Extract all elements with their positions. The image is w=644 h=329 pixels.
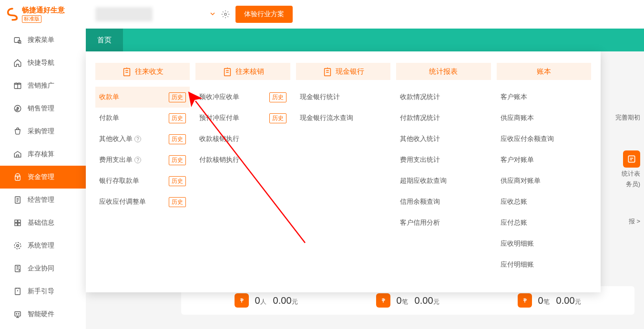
flyout-item-label: 其他收入单? [99, 135, 141, 143]
topbar: 体验行业方案 [86, 0, 644, 29]
flyout-menu-item[interactable]: 客户对账单 [497, 150, 591, 170]
history-tag[interactable]: 历史 [169, 134, 186, 144]
stat-icon [235, 293, 249, 308]
tab-home[interactable]: 首页 [86, 29, 123, 51]
flyout-item-label: 付款情况统计 [400, 114, 440, 122]
sidebar-item-quicknav[interactable]: 快捷导航 [0, 51, 86, 74]
history-tag[interactable]: 历史 [169, 176, 186, 186]
sidebar-item-newbie[interactable]: 新手引导 [0, 280, 86, 303]
stat-group: 0笔0.00元 [518, 293, 581, 308]
stat-card-icon [623, 150, 640, 168]
flyout-item-label: 现金银行流水查询 [300, 114, 353, 122]
svg-point-18 [225, 13, 227, 16]
flyout-menu-item[interactable]: 收款情况统计 [396, 87, 491, 108]
flyout-menu-item[interactable]: 应收应付调整单历史 [95, 191, 190, 212]
sidebar-item-enterprise[interactable]: 企业协同 [0, 257, 86, 280]
flyout-item-label: 应收应付余额查询 [501, 135, 554, 143]
sidebar-item-label: 经营管理 [28, 196, 54, 204]
company-name-redacted [95, 7, 153, 21]
sidebar: 畅捷通好生意 标准版 搜索菜单快捷导航营销推广销售管理采购管理库存核算资金管理经… [0, 0, 86, 329]
sidebar-item-label: 新手引导 [28, 287, 54, 296]
history-tag[interactable]: 历史 [169, 197, 186, 207]
finance-submenu-flyout: 往来收支收款单历史付款单历史其他收入单?历史费用支出单?历史银行存取款单历史应收… [86, 51, 601, 292]
gear-icon[interactable] [221, 10, 230, 19]
flyout-column: 统计报表收款情况统计付款情况统计其他收入统计费用支出统计超期应收款查询信用余额查… [396, 63, 491, 275]
sidebar-item-system[interactable]: 系统管理 [0, 234, 86, 257]
flyout-menu-item[interactable]: 超期应收款查询 [396, 170, 491, 191]
svg-point-0 [8, 9, 10, 11]
flyout-item-label: 超期应收款查询 [400, 177, 447, 185]
history-tag[interactable]: 历史 [169, 155, 186, 165]
svg-point-17 [19, 314, 20, 315]
flyout-item-label: 收款单 [99, 93, 119, 101]
sidebar-item-label: 采购管理 [28, 127, 54, 136]
svg-point-11 [17, 245, 19, 247]
operations-icon [13, 196, 22, 204]
sidebar-item-hardware[interactable]: 智能硬件 [0, 303, 86, 326]
flyout-menu-item[interactable]: 应付明细账 [497, 254, 591, 275]
sidebar-item-search[interactable]: 搜索菜单 [0, 29, 86, 51]
flyout-menu-item[interactable]: 应收明细账 [497, 233, 591, 254]
flyout-column: 现金银行现金银行统计现金银行流水查询 [296, 63, 390, 275]
company-selector[interactable] [95, 7, 215, 21]
flyout-item-label: 供应商账本 [501, 114, 534, 122]
svg-rect-1 [14, 38, 20, 43]
flyout-column: 账本客户账本供应商账本应收应付余额查询客户对账单供应商对账单应收总账应付总账应收… [497, 63, 591, 275]
sidebar-item-purchase[interactable]: 采购管理 [0, 120, 86, 143]
flyout-item-label: 应付总账 [501, 219, 527, 227]
flyout-menu-item[interactable]: 收款单历史 [95, 87, 190, 108]
sidebar-item-basicinfo[interactable]: 基础信息 [0, 211, 86, 234]
flyout-menu-item[interactable]: 费用支出单?历史 [95, 150, 190, 170]
help-icon[interactable]: ? [134, 136, 141, 142]
flyout-menu-item[interactable]: 付款核销执行 [195, 150, 290, 170]
purchase-icon [13, 127, 22, 136]
help-icon[interactable]: ? [134, 157, 141, 163]
history-tag[interactable]: 历史 [169, 113, 186, 123]
sidebar-item-marketing[interactable]: 营销推广 [0, 74, 86, 97]
svg-point-13 [19, 269, 20, 270]
hardware-icon [13, 310, 22, 319]
svg-rect-9 [18, 223, 20, 226]
svg-rect-6 [15, 220, 17, 222]
stat-group: 0笔0.00元 [376, 293, 439, 308]
flyout-menu-item[interactable]: 现金银行流水查询 [296, 108, 390, 129]
flyout-menu-item[interactable]: 现金银行统计 [296, 87, 390, 108]
flyout-menu-item[interactable]: 预收冲应收单历史 [195, 87, 290, 108]
industry-cta-button[interactable]: 体验行业方案 [235, 6, 293, 23]
sidebar-item-operations[interactable]: 经营管理 [0, 189, 86, 211]
flyout-menu-item[interactable]: 客户账本 [497, 87, 591, 108]
history-tag[interactable]: 历史 [269, 113, 286, 123]
document-icon [122, 67, 131, 76]
flyout-menu-item[interactable]: 供应商对账单 [497, 170, 591, 191]
svg-rect-7 [18, 220, 20, 222]
flyout-menu-item[interactable]: 银行存取款单历史 [95, 170, 190, 191]
flyout-menu-item[interactable]: 客户信用分析 [396, 212, 491, 233]
peek-text: 完善期初 [615, 113, 640, 122]
history-tag[interactable]: 历史 [169, 92, 186, 102]
svg-rect-12 [15, 265, 20, 272]
flyout-menu-item[interactable]: 应收应付余额查询 [497, 129, 591, 150]
brand-title: 畅捷通好生意 [22, 6, 65, 14]
flyout-menu-item[interactable]: 应付总账 [497, 212, 591, 233]
flyout-column-title: 账本 [537, 67, 551, 76]
svg-rect-15 [15, 312, 20, 316]
peek-link[interactable]: 报 > [629, 217, 640, 226]
flyout-menu-item[interactable]: 其他收入统计 [396, 129, 491, 150]
flyout-item-label: 客户信用分析 [400, 219, 440, 227]
flyout-item-label: 付款单 [99, 114, 119, 122]
flyout-menu-item[interactable]: 付款单历史 [95, 108, 190, 129]
flyout-menu-item[interactable]: 收款核销执行 [195, 129, 290, 150]
sidebar-item-sales[interactable]: 销售管理 [0, 97, 86, 120]
flyout-menu-item[interactable]: 其他收入单?历史 [95, 129, 190, 150]
sidebar-item-inventory[interactable]: 库存核算 [0, 143, 86, 166]
flyout-menu-item[interactable]: 供应商账本 [497, 108, 591, 129]
flyout-menu-item[interactable]: 预付冲应付单历史 [195, 108, 290, 129]
history-tag[interactable]: 历史 [269, 92, 286, 102]
flyout-menu-item[interactable]: 费用支出统计 [396, 150, 491, 170]
flyout-menu-item[interactable]: 信用余额查询 [396, 191, 491, 212]
sidebar-item-label: 智能硬件 [28, 310, 54, 319]
sidebar-item-finance[interactable]: 资金管理 [0, 166, 86, 189]
flyout-menu-item[interactable]: 付款情况统计 [396, 108, 491, 129]
flyout-item-label: 收款情况统计 [400, 93, 440, 101]
flyout-menu-item[interactable]: 应收总账 [497, 191, 591, 212]
